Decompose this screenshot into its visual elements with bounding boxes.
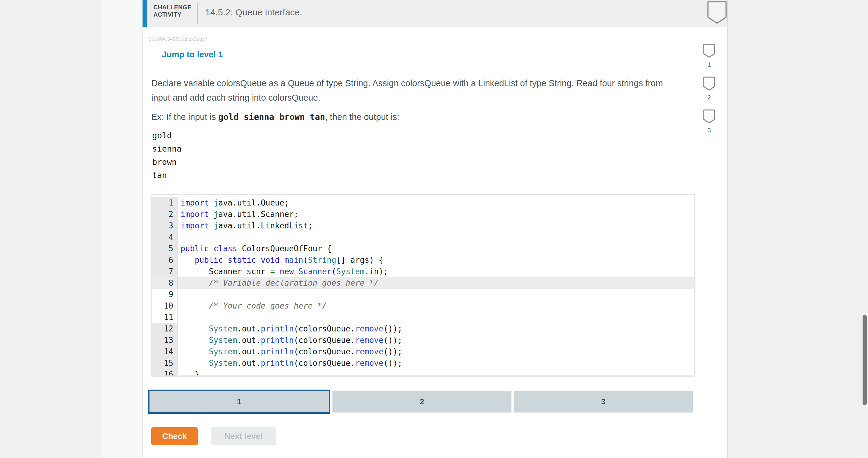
code-line-text: System.out.println(colorsQueue.remove())… xyxy=(178,357,402,369)
code-line: 14 System.out.println(colorsQueue.remove… xyxy=(152,346,694,357)
line-number: 1 xyxy=(152,197,178,208)
code-line: 9 xyxy=(152,289,694,300)
level-segment-2[interactable]: 2 xyxy=(333,391,512,413)
content-column xyxy=(101,0,143,458)
example-text: Ex: If the input is gold sienna brown ta… xyxy=(151,112,399,122)
line-number: 7 xyxy=(152,266,178,277)
level-progress-bar: 123 xyxy=(148,390,693,414)
level-flag-icon xyxy=(703,76,716,92)
line-number: 9 xyxy=(152,289,178,300)
code-line: 5public class ColorsQueueOfFour { xyxy=(152,243,694,254)
page: { "header": { "badge_line1": "CHALLENGE"… xyxy=(0,0,868,458)
code-line: 16 } xyxy=(152,369,694,376)
code-editor[interactable]: 1import java.util.Queue;2import java.uti… xyxy=(152,194,695,376)
activity-id: 555804.3496552.qx3zqy7 xyxy=(149,36,208,42)
line-number: 2 xyxy=(152,208,178,220)
line-number: 12 xyxy=(152,323,178,334)
code-line-text xyxy=(178,289,181,300)
code-line: 12 System.out.println(colorsQueue.remove… xyxy=(152,323,694,334)
line-number: 5 xyxy=(152,243,178,254)
level-marker-2: 2 xyxy=(703,76,716,101)
code-line: 3import java.util.LinkedList; xyxy=(152,220,694,231)
code-line-text: import java.util.Queue; xyxy=(178,197,289,208)
code-line-text: import java.util.Scanner; xyxy=(178,208,299,220)
code-line-text: public static void main(String[] args) { xyxy=(178,254,383,266)
line-number: 14 xyxy=(152,346,178,357)
next-level-button[interactable]: Next level xyxy=(211,427,276,445)
code-line-text: System.out.println(colorsQueue.remove())… xyxy=(178,346,402,357)
code-line: 4 xyxy=(152,231,694,243)
code-line-text: Scanner scnr = new Scanner(System.in); xyxy=(178,266,388,277)
code-line-text: import java.util.LinkedList; xyxy=(178,220,313,231)
band-divider xyxy=(197,3,198,24)
code-line-text: System.out.println(colorsQueue.remove())… xyxy=(178,334,402,346)
line-number: 11 xyxy=(152,312,178,323)
line-number: 3 xyxy=(152,220,178,231)
level-marker-3: 3 xyxy=(703,109,716,134)
code-line: 7 Scanner scnr = new Scanner(System.in); xyxy=(152,266,694,277)
example-output-line: sienna xyxy=(152,142,182,156)
code-line-text: public class ColorsQueueOfFour { xyxy=(178,243,332,254)
code-line: 1import java.util.Queue; xyxy=(152,197,694,208)
line-number: 16 xyxy=(152,369,178,376)
code-line: 2import java.util.Scanner; xyxy=(152,208,694,220)
activity-type-badge: CHALLENGE ACTIVITY xyxy=(153,4,198,18)
example-output-line: gold xyxy=(152,129,182,142)
line-number: 6 xyxy=(152,254,178,266)
example-suffix: , then the output is: xyxy=(325,112,399,122)
example-output-line: tan xyxy=(152,169,182,182)
level-marker-label: 1 xyxy=(703,61,716,68)
code-line-text xyxy=(178,312,181,323)
level-flag-icon xyxy=(703,109,716,125)
scrollbar xyxy=(861,0,868,458)
code-line: 8 /* Variable declaration goes here */ xyxy=(152,277,694,289)
badge-line-1: CHALLENGE xyxy=(153,4,198,11)
code-line-text: System.out.println(colorsQueue.remove())… xyxy=(178,323,402,334)
check-button[interactable]: Check xyxy=(151,427,198,445)
level-marker-label: 3 xyxy=(703,127,716,134)
jump-to-level-link[interactable]: Jump to level 1 xyxy=(162,50,223,59)
level-marker-1: 1 xyxy=(703,44,716,68)
code-line: 6 public static void main(String[] args)… xyxy=(152,254,694,266)
code-line: 10 /* Your code goes here */ xyxy=(152,300,694,312)
code-line: 13 System.out.println(colorsQueue.remove… xyxy=(152,334,694,346)
line-number: 8 xyxy=(152,277,178,289)
code-line-text: /* Your code goes here */ xyxy=(178,300,327,312)
example-output-line: brown xyxy=(152,156,182,169)
level-marker-rail: 123 xyxy=(703,44,721,142)
completion-flag-icon xyxy=(707,1,727,25)
code-line-text: } xyxy=(178,369,199,376)
code-line: 15 System.out.println(colorsQueue.remove… xyxy=(152,357,694,369)
code-line: 11 xyxy=(152,312,694,323)
level-segment-1[interactable]: 1 xyxy=(148,390,330,414)
challenge-band: CHALLENGE ACTIVITY 14.5.2: Queue interfa… xyxy=(143,0,727,27)
level-marker-label: 2 xyxy=(703,94,716,101)
level-flag-icon xyxy=(703,44,716,59)
line-number: 15 xyxy=(152,357,178,369)
badge-line-2: ACTIVITY xyxy=(153,11,198,18)
example-prefix: Ex: If the input is xyxy=(151,112,218,122)
example-input-code: gold sienna brown tan xyxy=(218,112,325,122)
activity-card: CHALLENGE ACTIVITY 14.5.2: Queue interfa… xyxy=(143,0,727,458)
prompt-text: Declare variable colorsQueue as a Queue … xyxy=(151,76,677,105)
scrollbar-thumb[interactable] xyxy=(863,315,867,405)
example-output: goldsiennabrowntan xyxy=(152,129,182,182)
action-buttons: Check Next level xyxy=(151,427,276,445)
activity-title: 14.5.2: Queue interface. xyxy=(205,7,302,18)
code-line-text xyxy=(178,231,181,243)
line-number: 4 xyxy=(152,231,178,243)
line-number: 13 xyxy=(152,334,178,346)
code-line-text: /* Variable declaration goes here */ xyxy=(178,277,378,289)
line-number: 10 xyxy=(152,300,178,312)
level-segment-3[interactable]: 3 xyxy=(514,391,693,413)
